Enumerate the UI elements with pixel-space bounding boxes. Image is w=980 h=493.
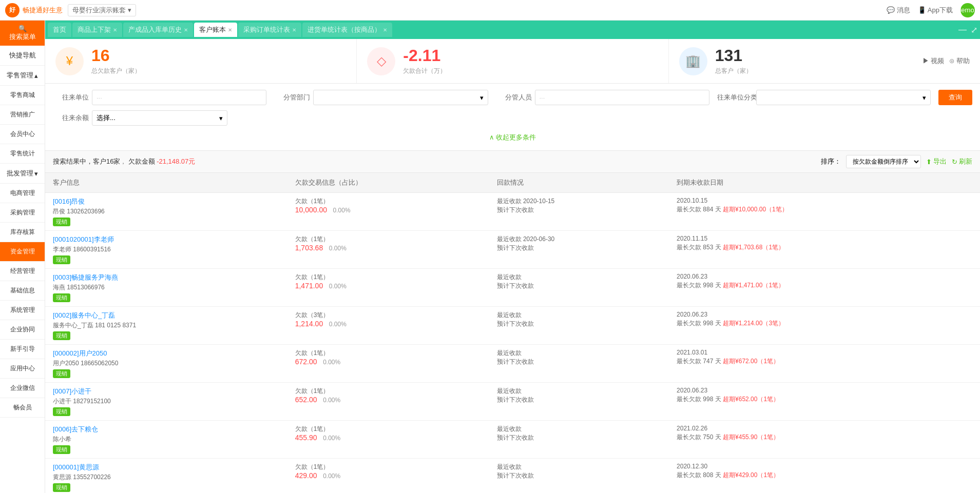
tab-product-listing[interactable]: 商品上下架 ✕ — [72, 23, 122, 37]
filter-row-2: 往来余额 选择... ▾ — [53, 110, 972, 126]
table-row: [000002]用户2050 用户2050 18665062050 现销 欠款（… — [45, 345, 980, 383]
customer-name-link[interactable]: [0016]昂俊 — [53, 197, 280, 206]
view-video-btn[interactable]: ▶ 视频 — [923, 56, 945, 66]
sidebar-search[interactable]: 🔍 搜索菜单 — [0, 21, 45, 46]
tab-minimize-btn[interactable]: — — [958, 25, 967, 35]
sidebar-item-retail-stats[interactable]: 零售统计 — [0, 144, 45, 164]
debt-amount[interactable]: 672.00 — [295, 358, 317, 366]
sort-label: 排序： — [821, 157, 841, 166]
overdue-link[interactable]: 超期¥455.90（1笔） — [723, 433, 779, 441]
tab-bar: 首页 商品上下架 ✕ 产成品入库单历史 ✕ 客户账本 ✕ 采购订单统计表 ✕ 进… — [45, 21, 980, 39]
category-select[interactable]: ▾ — [756, 90, 931, 105]
payment-status-cell: 最近收款 预计下次收款 — [489, 269, 669, 307]
avatar[interactable]: demo2 — [960, 3, 975, 17]
customer-name-link[interactable]: [0001020001]李老师 — [53, 235, 280, 244]
max-overdue: 最长欠款 998 天 超期¥1,471.00（1笔） — [677, 281, 972, 290]
customer-info-cell: [0003]畅捷服务尹海燕 海燕 18513066976 现销 — [45, 269, 287, 307]
due-date: 2020.10.15 — [677, 197, 972, 204]
customer-phone: 陈小希 — [53, 435, 280, 444]
customer-name-link[interactable]: [0002]服务中心_丁磊 — [53, 311, 280, 320]
overdue-link[interactable]: 超期¥1,471.00（1笔） — [723, 282, 784, 289]
balance-select[interactable]: 选择... ▾ — [92, 110, 227, 126]
close-icon[interactable]: ✕ — [184, 27, 188, 33]
debt-amount-row: 672.00 0.00% — [295, 358, 482, 366]
debt-amount[interactable]: 1,703.68 — [295, 244, 323, 252]
table-row: [0007]小进干 小进干 18279152100 现销 欠款（1笔） 652.… — [45, 383, 980, 421]
max-overdue: 最长欠款 750 天 超期¥455.90（1笔） — [677, 433, 972, 442]
sort-select[interactable]: 按欠款金额倒序排序 — [846, 155, 921, 168]
vendor-input[interactable]: ··· — [92, 90, 266, 105]
chevron-down-icon: ▾ — [34, 170, 38, 178]
collapse-btn[interactable]: ∧ 收起更多条件 — [53, 131, 972, 144]
dept-select[interactable]: ▾ — [313, 90, 488, 105]
next-payment: 预计下次收款 — [497, 244, 661, 252]
sidebar-item-marketing[interactable]: 营销推广 — [0, 105, 45, 125]
customer-name-link[interactable]: [000002]用户2050 — [53, 349, 280, 358]
sidebar-item-apps[interactable]: 应用中心 — [0, 359, 45, 379]
payment-status-cell: 最近收款 预计下次收款 — [489, 307, 669, 345]
close-icon[interactable]: ✕ — [113, 27, 117, 33]
sidebar-item-retail-mgmt[interactable]: 零售管理 ▴ — [0, 66, 45, 86]
debt-ratio: 0.00% — [323, 472, 340, 480]
message-btn[interactable]: 💬 消息 — [887, 6, 910, 15]
debt-amount[interactable]: 10,000.00 — [295, 206, 327, 214]
sidebar-item-guide[interactable]: 新手引导 — [0, 340, 45, 359]
summary-info-1: 16 总欠款客户（家） — [91, 47, 141, 75]
sidebar-item-basic-info[interactable]: 基础信息 — [0, 281, 45, 301]
sidebar-item-retail-mall[interactable]: 零售商城 — [0, 86, 45, 105]
sidebar-item-inventory[interactable]: 库存核算 — [0, 223, 45, 242]
last-payment: 最近收款 — [497, 425, 661, 433]
tab-home[interactable]: 首页 — [48, 23, 71, 37]
customer-name-link[interactable]: [0007]小进干 — [53, 387, 280, 396]
sidebar-item-collab[interactable]: 企业协同 — [0, 320, 45, 340]
help-btn[interactable]: ⊙ 帮助 — [949, 56, 970, 66]
sidebar-item-quicknav[interactable]: 快捷导航 — [0, 46, 45, 66]
tab-purchase-stats[interactable]: 采购订单统计表 ✕ — [238, 23, 301, 37]
total-customers-number: 131 — [715, 47, 752, 65]
customer-info-cell: [000001]黄思源 黄思源 13552700226 现销 — [45, 459, 287, 493]
table-row: [000001]黄思源 黄思源 13552700226 现销 欠款（1笔） 42… — [45, 459, 980, 493]
overdue-link[interactable]: 超期¥652.00（1笔） — [723, 396, 779, 403]
th-customer-info: 客户信息 — [45, 173, 287, 193]
customer-name-link[interactable]: [0006]去下粮仓 — [53, 425, 280, 434]
th-payment-status: 回款情况 — [489, 173, 669, 193]
industry-selector[interactable]: 母婴行业演示账套 ▾ — [68, 4, 136, 16]
app-download-btn[interactable]: 📱 App下载 — [918, 6, 953, 15]
tab-maximize-btn[interactable]: ⤢ — [971, 25, 977, 35]
debt-amount[interactable]: 652.00 — [295, 396, 317, 404]
person-input[interactable]: ··· — [535, 90, 709, 105]
sidebar-item-finance[interactable]: 资金管理 — [0, 242, 45, 262]
tab-purchase-by-product[interactable]: 进货单统计表（按商品） ✕ — [302, 23, 392, 37]
payment-status-cell: 最近收款 预计下次收款 — [489, 421, 669, 459]
overdue-link[interactable]: 超期¥1,703.68（1笔） — [723, 244, 784, 251]
close-icon[interactable]: ✕ — [383, 27, 387, 33]
debt-amount[interactable]: 455.90 — [295, 433, 317, 442]
customer-name-link[interactable]: [000001]黄思源 — [53, 463, 280, 472]
customer-table: 客户信息 欠款交易信息（占比） 回款情况 到期未收款日期 [0016]昂俊 昂俊… — [45, 173, 980, 493]
sidebar-item-wholesale[interactable]: 批发管理 ▾ — [0, 164, 45, 184]
sidebar-item-operations[interactable]: 经营管理 — [0, 262, 45, 281]
close-icon[interactable]: ✕ — [228, 27, 232, 33]
tab-production-history[interactable]: 产成品入库单历史 ✕ — [123, 23, 193, 37]
sidebar-item-purchase[interactable]: 采购管理 — [0, 203, 45, 223]
overdue-link[interactable]: 超期¥672.00（1笔） — [723, 358, 779, 365]
sidebar-item-wechat[interactable]: 企业微信 — [0, 379, 45, 398]
content-area: 首页 商品上下架 ✕ 产成品入库单历史 ✕ 客户账本 ✕ 采购订单统计表 ✕ 进… — [45, 21, 980, 493]
debt-amount[interactable]: 1,214.00 — [295, 320, 323, 328]
debt-amount[interactable]: 429.00 — [295, 471, 317, 480]
sidebar-item-ecommerce[interactable]: 电商管理 — [0, 184, 45, 203]
sidebar-item-system[interactable]: 系统管理 — [0, 301, 45, 320]
debt-amount[interactable]: 1,471.00 — [295, 282, 323, 290]
overdue-link[interactable]: 超期¥10,000.00（1笔） — [723, 206, 788, 213]
search-button[interactable]: 查询 — [938, 90, 972, 105]
customer-name-link[interactable]: [0003]畅捷服务尹海燕 — [53, 273, 280, 282]
overdue-link[interactable]: 超期¥1,214.00（3笔） — [723, 320, 784, 327]
customer-tag: 现销 — [53, 483, 70, 492]
export-btn[interactable]: ⬆ 导出 — [926, 157, 947, 166]
sidebar-item-vip[interactable]: 畅会员 — [0, 398, 45, 418]
close-icon[interactable]: ✕ — [292, 27, 296, 33]
tab-customer-ledger[interactable]: 客户账本 ✕ — [194, 23, 237, 37]
sidebar-item-member[interactable]: 会员中心 — [0, 125, 45, 144]
overdue-link[interactable]: 超期¥429.00（1笔） — [723, 471, 779, 479]
refresh-btn[interactable]: ↻ 刷新 — [952, 157, 972, 166]
